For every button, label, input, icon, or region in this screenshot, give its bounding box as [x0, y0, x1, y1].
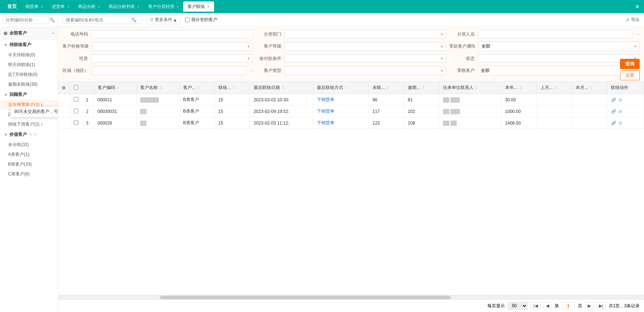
search-icon: 🔍: [131, 17, 137, 23]
sidebar-item-c-class[interactable]: C类客户(6): [0, 169, 58, 179]
customer-tier-select[interactable]: ▾: [284, 42, 446, 51]
contact-method-link[interactable]: 下销货单: [317, 97, 334, 102]
more-conditions-button[interactable]: ▽ 更多条件 ▲: [147, 15, 181, 24]
nav-tab-analysis-list[interactable]: 商品分析列表 ×: [104, 1, 144, 12]
sidebar: 🔍 ⊞ 全部客户 « ▼ 待联络客户 今天待联络(0) 明天待联络(1) 近7天…: [0, 13, 58, 312]
this-year-column-header[interactable]: 本年... ↕: [501, 82, 536, 94]
my-customers-checkbox-wrapper[interactable]: 我分管的客户: [185, 17, 217, 23]
search-input[interactable]: [66, 17, 131, 23]
sort-arrow-last-month: ↕: [555, 85, 557, 90]
grid-action-icon[interactable]: ⊞: [619, 97, 622, 102]
sidebar-item-declining[interactable]: 持续下滑客户(2) ℹ: [0, 119, 58, 129]
sidebar-section-value[interactable]: ▼ 价值客户 ↻ ✎: [0, 129, 58, 140]
area-input[interactable]: [92, 66, 246, 75]
row-this-month: [572, 94, 607, 106]
sort-arrow-contact: ↕: [233, 85, 235, 90]
price-tier-select[interactable]: ▾: [92, 42, 253, 51]
zero-attr-select[interactable]: 全部 ▾: [478, 41, 640, 51]
export-button[interactable]: ↗ 导出: [626, 17, 640, 23]
close-sales-icon[interactable]: ×: [41, 4, 43, 9]
arrow-down-icon2: ▼: [4, 92, 8, 97]
row-select-checkbox[interactable]: [74, 97, 79, 102]
phone-input[interactable]: [91, 30, 253, 39]
query-button[interactable]: 查询: [620, 59, 640, 69]
content-wrapper: 🔍 ▽ 更多条件 ▲ 我分管的客户 ↗ 导出 电话号码: [58, 13, 644, 312]
row-last-month: [536, 106, 572, 117]
my-customers-checkbox[interactable]: [185, 17, 190, 22]
row-settings: [58, 94, 70, 106]
close-analysis-list-icon[interactable]: ×: [137, 4, 139, 9]
sidebar-item-overdue[interactable]: 逾期未联络(30): [0, 80, 58, 89]
last-month-column-header[interactable]: 上月... ↕: [536, 82, 572, 94]
close-analysis-icon[interactable]: ×: [98, 4, 100, 9]
row-select-checkbox[interactable]: [74, 109, 79, 113]
grid-action-icon[interactable]: ⊞: [619, 121, 622, 126]
nav-tab-analysis[interactable]: 商品分析 ×: [74, 1, 104, 12]
dept-select[interactable]: ▾: [284, 30, 446, 39]
person-input[interactable]: [478, 30, 633, 39]
status-select[interactable]: ▾: [478, 54, 640, 63]
sidebar-item-b-class[interactable]: B类客户(33): [0, 159, 58, 169]
person-more-icon[interactable]: ···: [636, 32, 640, 37]
first-page-button[interactable]: |◀: [531, 302, 540, 309]
per-page-select[interactable]: 50 100 200: [508, 302, 528, 310]
uncontacted-column-header[interactable]: 未联... ↕: [369, 82, 404, 94]
select-all-checkbox[interactable]: [74, 85, 79, 90]
sidebar-section-lost[interactable]: ▼ 回顾客户: [0, 89, 58, 100]
sidebar-item-today[interactable]: 今天待联络(0): [0, 50, 58, 60]
last-contact-date-column-header[interactable]: 最后联络日期 ↕: [250, 82, 313, 94]
nav-tab-home[interactable]: 首页: [3, 1, 21, 12]
horizontal-scrollbar-thumb[interactable]: [160, 296, 451, 299]
row-name: ██: [137, 117, 180, 129]
nav-tab-customer-contact[interactable]: 客户联络 ×: [183, 1, 214, 12]
gender-select[interactable]: ▾: [91, 54, 253, 63]
sidebar-item-tomorrow[interactable]: 明天待联络(1): [0, 60, 58, 70]
window-close-button[interactable]: ✕: [635, 3, 640, 10]
code-column-header[interactable]: 客户编码 ↕: [94, 82, 137, 94]
last-contact-method-column-header[interactable]: 最后联络方式 ↕: [313, 82, 369, 94]
edit-icon[interactable]: ✎: [33, 133, 36, 137]
link-action-icon[interactable]: 🔗: [611, 97, 616, 102]
payment-select[interactable]: ▾: [284, 54, 446, 63]
sidebar-section-pending[interactable]: ▼ 待联络客户: [0, 40, 58, 50]
nav-tab-purchase[interactable]: 进货单 ×: [47, 1, 73, 12]
sidebar-item-week[interactable]: 近7天待联络(0): [0, 70, 58, 80]
link-action-icon[interactable]: 🔗: [611, 121, 616, 126]
type-column-header[interactable]: 客户... ↕: [179, 82, 214, 94]
row-select-checkbox[interactable]: [74, 120, 79, 125]
customer-type-select[interactable]: ▾: [284, 66, 446, 75]
sidebar-search-input[interactable]: [3, 16, 49, 24]
settings-button[interactable]: 设置: [620, 70, 640, 80]
contact-method-link[interactable]: 下销货单: [317, 109, 334, 114]
nav-tab-customer-tier[interactable]: 客户分层经营 ×: [144, 1, 183, 12]
zero-customer-select[interactable]: 全部 ▾: [478, 66, 640, 76]
close-customer-contact-icon[interactable]: ×: [207, 4, 209, 9]
settings-column-header[interactable]: ⚙: [58, 82, 70, 94]
close-customer-tier-icon[interactable]: ×: [177, 4, 179, 9]
horizontal-scrollbar[interactable]: [58, 295, 644, 299]
page-number-input[interactable]: [562, 302, 575, 309]
close-purchase-icon[interactable]: ×: [67, 4, 69, 9]
contact-method-link[interactable]: 下销货单: [317, 120, 334, 125]
unit-contact-column-header[interactable]: 往来单位联系人 ↕: [439, 82, 501, 94]
grid-action-icon[interactable]: ⊞: [619, 109, 622, 114]
refresh-icon[interactable]: ↻: [29, 133, 32, 137]
link-action-icon[interactable]: 🔗: [611, 109, 616, 114]
export-icon: ↗: [626, 17, 629, 23]
next-page-button[interactable]: ▶: [585, 302, 593, 309]
contact-column-header[interactable]: 联络... ↕: [214, 82, 250, 94]
collapse-icon[interactable]: «: [52, 31, 54, 35]
all-customers-item[interactable]: ⊞ 全部客户 «: [0, 27, 58, 40]
area-more-icon[interactable]: ···: [249, 68, 253, 73]
nav-tab-sales[interactable]: 销货单 ×: [21, 1, 47, 12]
chevron-up-icon: ▲: [173, 17, 177, 23]
name-column-header[interactable]: 客户名称 ↕: [137, 82, 180, 94]
page-suffix: 页: [578, 303, 582, 309]
this-month-column-header[interactable]: 本月... ↕: [572, 82, 607, 94]
prev-page-button[interactable]: ◀: [543, 302, 552, 309]
overdue-column-header[interactable]: 逾期... ↕: [404, 82, 439, 94]
sidebar-item-unclassified[interactable]: 未分组(32): [0, 140, 58, 150]
last-page-button[interactable]: ▶|: [596, 302, 606, 309]
row-last-contact-method: 下销货单: [313, 94, 369, 106]
sidebar-item-a-class[interactable]: A类客户(1): [0, 150, 58, 159]
